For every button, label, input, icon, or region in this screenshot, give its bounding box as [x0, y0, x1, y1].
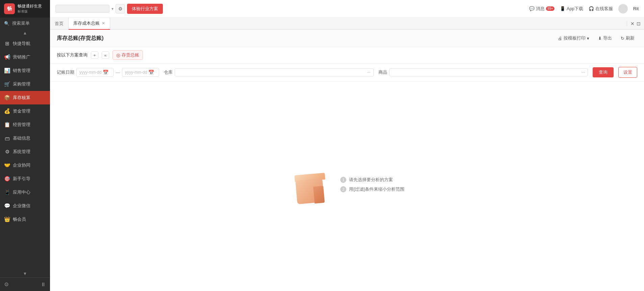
sidebar-item-operations[interactable]: 📋 经营管理 [0, 118, 50, 131]
scroll-down-btn[interactable]: ▼ [0, 270, 50, 277]
sidebar-item-basic-info[interactable]: 🗃 基础信息 [0, 131, 50, 145]
sidebar-item-finance[interactable]: 💰 资金管理 [0, 104, 50, 118]
app-download-action[interactable]: 📱 App下载 [560, 6, 583, 12]
sidebar-item-quick-nav[interactable]: ⊞ 快捷导航 [0, 37, 50, 50]
tab-bar: 首页 库存成本总账 ✕ ✕ ⊡ [50, 18, 644, 30]
tab-home[interactable]: 首页 [50, 18, 69, 30]
export-icon: ⬇ [598, 36, 602, 41]
quick-nav-icon: ⊞ [4, 41, 10, 47]
tab-close-panel-icon[interactable]: ✕ [630, 21, 635, 26]
filter-label: 按以下方案查询 [57, 52, 88, 58]
main-content: ▾ ⚙ 体验行业方案 💬 消息 99+ 📱 App下载 🎧 在线客服 Rit [50, 0, 644, 291]
sidebar-footer: ⚙ ⏸ [0, 277, 50, 291]
sidebar-nav: ⊞ 快捷导航 📢 营销推广 📊 销售管理 🛒 采购管理 📦 库存核算 💰 资金管… [0, 37, 50, 270]
settings-side-button[interactable]: 设置 [618, 67, 637, 78]
warehouse-more-icon: ··· [367, 70, 370, 75]
step-2-text: 用[过滤]条件来缩小分析范围 [349, 186, 404, 192]
sidebar-item-system[interactable]: ⚙ 系统管理 [0, 145, 50, 159]
step-2-number: 2 [340, 186, 346, 192]
sidebar-item-member[interactable]: 👑 畅会员 [0, 213, 50, 226]
cooperation-icon: 🤝 [4, 162, 10, 168]
filter-scheme[interactable]: ◎ 存货总账 [113, 50, 143, 60]
print-icon: 🖨 [558, 36, 562, 41]
date-start-input[interactable]: yyyy-mm-dd 📅 [76, 68, 114, 77]
filter-add-button[interactable]: + [91, 51, 98, 59]
warehouse-input[interactable]: ··· [175, 68, 374, 76]
refresh-button[interactable]: ↻ 刷新 [618, 34, 637, 43]
query-button[interactable]: 查询 [593, 67, 614, 77]
system-icon: ⚙ [4, 149, 10, 155]
footer-toggle-icon[interactable]: ⏸ [41, 282, 46, 288]
trial-button[interactable]: 体验行业方案 [127, 4, 163, 14]
sidebar-item-guide[interactable]: 🎯 新手引导 [0, 172, 50, 186]
marketing-label: 营销推广 [13, 54, 30, 60]
filter-bar: 按以下方案查询 + « ◎ 存货总账 [50, 47, 644, 64]
search-bar: 记账日期 yyyy-mm-dd 📅 — yyyy-mm-dd 📅 仓库 ··· [50, 64, 644, 81]
messages-icon: 💬 [529, 6, 535, 11]
tab-inventory-ledger-label: 库存成本总账 [73, 20, 100, 26]
cooperation-label: 企业协同 [13, 162, 30, 168]
breadcrumb-input[interactable] [55, 5, 109, 13]
online-service-action[interactable]: 🎧 在线客服 [589, 6, 613, 12]
chevron-down-icon: ▾ [112, 6, 114, 11]
date-end-placeholder: yyyy-mm-dd [125, 70, 147, 75]
refresh-label: 刷新 [626, 35, 635, 41]
filter-expand-button[interactable]: « [102, 51, 109, 59]
export-label: 导出 [603, 35, 612, 41]
member-icon: 👑 [4, 216, 10, 222]
sidebar-item-cooperation[interactable]: 🤝 企业协同 [0, 159, 50, 172]
sidebar-item-marketing[interactable]: 📢 营销推广 [0, 50, 50, 64]
messages-action[interactable]: 💬 消息 99+ [529, 6, 554, 12]
warehouse-label: 仓库 [164, 69, 173, 75]
quick-nav-label: 快捷导航 [13, 41, 30, 47]
top-header: ▾ ⚙ 体验行业方案 💬 消息 99+ 📱 App下载 🎧 在线客服 Rit [50, 0, 644, 18]
messages-badge: 99+ [546, 6, 554, 11]
phone-icon: 📱 [560, 6, 565, 11]
tab-home-label: 首页 [55, 21, 64, 27]
headset-icon: 🎧 [589, 6, 594, 11]
print-button[interactable]: 🖨 按模板打印 ▾ [555, 34, 592, 43]
calendar-start-icon[interactable]: 📅 [103, 70, 108, 75]
date-end-input[interactable]: yyyy-mm-dd 📅 [122, 68, 159, 77]
export-button[interactable]: ⬇ 导出 [595, 34, 615, 43]
purchase-icon: 🛒 [4, 81, 10, 87]
user-avatar[interactable] [618, 4, 628, 14]
app-center-label: 应用中心 [13, 189, 30, 195]
sales-label: 销售管理 [13, 68, 30, 74]
product-label: 商品 [378, 69, 387, 75]
tab-close-icon[interactable]: ✕ [102, 21, 105, 26]
tab-resize-icon[interactable]: ⊡ [637, 21, 641, 26]
app-version: 标准版 [18, 9, 42, 14]
sales-icon: 📊 [4, 68, 10, 74]
basic-info-icon: 🗃 [4, 136, 10, 141]
sidebar-item-purchase[interactable]: 🛒 采购管理 [0, 77, 50, 91]
date-field: 记账日期 yyyy-mm-dd 📅 — yyyy-mm-dd 📅 [57, 68, 159, 77]
footer-settings-icon[interactable]: ⚙ [4, 281, 9, 288]
header-settings-button[interactable]: ⚙ [116, 4, 125, 14]
sidebar-item-wechat[interactable]: 💬 企业微信 [0, 199, 50, 213]
wechat-label: 企业微信 [13, 203, 30, 209]
finance-label: 资金管理 [13, 108, 30, 114]
sidebar-search[interactable]: 🔍 搜索菜单 [0, 18, 50, 29]
user-name: Rit [633, 6, 639, 11]
inventory-label: 库存核算 [13, 95, 30, 101]
basic-info-label: 基础信息 [13, 135, 30, 141]
product-input[interactable]: ··· [389, 68, 588, 76]
empty-illustration [290, 166, 330, 207]
scroll-up-btn[interactable]: ▲ [0, 29, 50, 37]
empty-state: 1 请先选择要分析的方案 2 用[过滤]条件来缩小分析范围 [50, 81, 644, 291]
app-name: 畅捷通好生意 [18, 4, 42, 9]
product-more-icon: ··· [581, 70, 585, 75]
search-icon: 🔍 [4, 21, 9, 26]
search-menu-label: 搜索菜单 [12, 20, 30, 26]
guide-label: 新手引导 [13, 176, 30, 182]
refresh-icon: ↻ [621, 36, 624, 41]
sidebar-item-inventory[interactable]: 📦 库存核算 [0, 91, 50, 104]
calendar-end-icon[interactable]: 📅 [148, 70, 154, 75]
inventory-icon: 📦 [4, 95, 10, 101]
empty-text: 1 请先选择要分析的方案 2 用[过滤]条件来缩小分析范围 [340, 177, 404, 196]
operations-label: 经营管理 [13, 122, 30, 128]
tab-inventory-ledger[interactable]: 库存成本总账 ✕ [69, 18, 110, 30]
sidebar-item-app-center[interactable]: 📱 应用中心 [0, 186, 50, 199]
sidebar-item-sales[interactable]: 📊 销售管理 [0, 64, 50, 77]
